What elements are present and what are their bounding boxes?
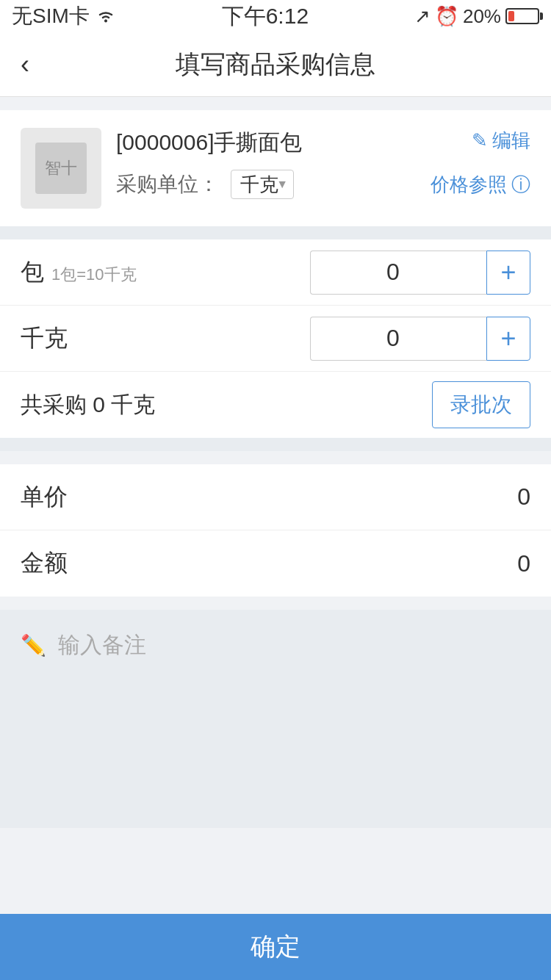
- pencil-icon: ✏️: [21, 633, 46, 657]
- status-left: 无SIM卡: [12, 2, 116, 30]
- product-info: [0000006]手撕面包 采购单位： 千克 包 价格参照 ⓘ: [116, 128, 530, 199]
- price-ref-button[interactable]: 价格参照 ⓘ: [431, 172, 530, 198]
- batch-button[interactable]: 录批次: [432, 381, 530, 428]
- total-label: 共采购: [21, 392, 87, 417]
- unit-price-label: 单价: [21, 481, 68, 514]
- battery-icon: [505, 8, 539, 24]
- confirm-button-label: 确定: [251, 930, 300, 964]
- edit-button[interactable]: ✎ 编辑: [472, 128, 530, 154]
- bao-qty-input[interactable]: [310, 251, 486, 295]
- info-section: 单价 0 金额 0: [0, 464, 551, 597]
- edit-icon: ✎: [472, 129, 488, 152]
- product-thumb-logo: 智十: [35, 143, 87, 194]
- bao-sub-text: 1包=10千克: [51, 264, 137, 286]
- amount-value: 0: [517, 550, 530, 577]
- kg-label: 千克: [21, 323, 138, 355]
- bao-label-text: 包: [21, 256, 44, 289]
- wifi-icon: [96, 9, 116, 24]
- kg-label-text: 千克: [21, 323, 68, 355]
- remark-section[interactable]: ✏️ 输入备注: [0, 610, 551, 681]
- price-ref-label: 价格参照: [431, 172, 507, 198]
- kg-input-row: 千克 +: [0, 306, 551, 372]
- unit-label: 采购单位：: [116, 170, 219, 198]
- bottom-spacer: [0, 681, 551, 828]
- status-bar: 无SIM卡 下午6:12 ↗ ⏰ 20%: [0, 0, 551, 32]
- product-card: 智十 [0000006]手撕面包 采购单位： 千克 包 价格参照 ⓘ ✎ 编辑: [0, 110, 551, 226]
- divider-band-1: [0, 226, 551, 239]
- bao-plus-button[interactable]: +: [486, 251, 530, 295]
- nav-bar: ‹ 填写商品采购信息: [0, 32, 551, 97]
- kg-qty-input[interactable]: [310, 317, 486, 361]
- batch-button-label: 录批次: [450, 393, 512, 416]
- status-right: ↗ ⏰ 20%: [414, 5, 539, 28]
- product-unit-row: 采购单位： 千克 包: [116, 170, 294, 199]
- total-value: 0: [93, 392, 105, 417]
- product-thumbnail: 智十: [21, 128, 101, 209]
- total-text: 共采购 0 千克: [21, 390, 155, 420]
- status-time: 下午6:12: [222, 1, 309, 32]
- amount-label: 金额: [21, 547, 68, 580]
- divider-band-2: [0, 438, 551, 451]
- remark-placeholder: 输入备注: [58, 630, 146, 660]
- bao-input-right: +: [138, 251, 530, 295]
- help-icon: ⓘ: [511, 172, 530, 198]
- alarm-icon: ⏰: [435, 5, 458, 28]
- thumb-text: 智十: [45, 157, 77, 179]
- battery-percent: 20%: [463, 5, 501, 28]
- input-section: 包 1包=10千克 + 千克 +: [0, 239, 551, 372]
- kg-plus-button[interactable]: +: [486, 317, 530, 361]
- carrier-label: 无SIM卡: [12, 2, 90, 30]
- unit-select-wrapper[interactable]: 千克 包: [231, 170, 294, 199]
- unit-price-row: 单价 0: [0, 464, 551, 530]
- edit-label: 编辑: [492, 128, 530, 154]
- total-row: 共采购 0 千克 录批次: [0, 372, 551, 438]
- product-name: [0000006]手撕面包: [116, 128, 530, 158]
- confirm-button[interactable]: 确定: [0, 914, 551, 980]
- back-button[interactable]: ‹: [21, 49, 29, 80]
- page-title: 填写商品采购信息: [176, 48, 375, 82]
- bao-label: 包 1包=10千克: [21, 256, 138, 289]
- amount-row: 金额 0: [0, 530, 551, 597]
- total-unit: 千克: [111, 392, 155, 417]
- location-icon: ↗: [414, 5, 431, 28]
- svg-point-0: [104, 20, 107, 23]
- unit-price-value: 0: [517, 483, 530, 511]
- kg-input-right: +: [138, 317, 530, 361]
- unit-select[interactable]: 千克 包: [231, 170, 294, 199]
- bao-input-row: 包 1包=10千克 +: [0, 239, 551, 306]
